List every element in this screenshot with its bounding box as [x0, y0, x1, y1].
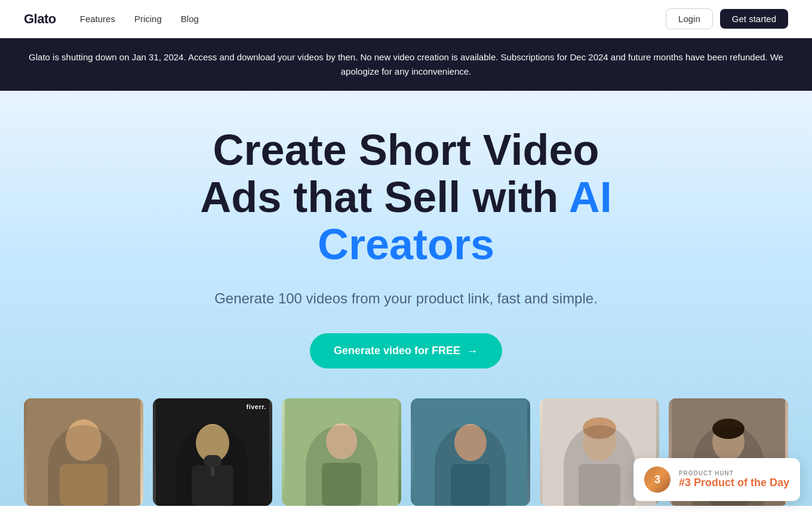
nav-blog[interactable]: Blog [181, 14, 199, 24]
svg-rect-8 [285, 398, 398, 506]
svg-rect-0 [27, 398, 140, 506]
svg-rect-13 [451, 464, 490, 506]
video-thumb-2: fiverr. [153, 398, 272, 506]
svg-point-4 [196, 424, 229, 462]
navbar-left: Glato Features Pricing Blog [24, 11, 199, 27]
get-started-button[interactable]: Get started [720, 9, 788, 29]
navbar: Glato Features Pricing Blog Login Get st… [0, 0, 812, 38]
hero-title: Create Short Video Ads that Sell with AI… [137, 127, 675, 269]
hero-section: Create Short Video Ads that Sell with AI… [0, 91, 812, 506]
svg-rect-6 [204, 455, 222, 467]
svg-rect-5 [192, 465, 233, 506]
ph-medal: 3 [644, 466, 670, 493]
svg-rect-11 [414, 398, 527, 506]
ph-label: PRODUCT HUNT [679, 470, 789, 477]
svg-point-9 [326, 423, 357, 459]
nav-links: Features Pricing Blog [80, 14, 199, 24]
svg-rect-10 [322, 463, 361, 506]
svg-point-17 [583, 417, 616, 439]
svg-point-12 [454, 424, 487, 461]
video-thumb-1 [24, 398, 143, 506]
logo[interactable]: Glato [24, 11, 56, 27]
hero-title-line1: Create Short Video [213, 126, 599, 174]
hero-subtitle: Generate 100 videos from your product li… [214, 288, 598, 309]
announcement-banner: Glato is shutting down on Jan 31, 2024. … [0, 38, 812, 91]
video-thumb-3 [282, 398, 401, 506]
hero-title-line2: Ads that Sell with [200, 173, 568, 221]
nav-pricing[interactable]: Pricing [134, 14, 162, 24]
svg-rect-3 [156, 398, 269, 506]
svg-rect-2 [60, 464, 107, 506]
announcement-text: Glato is shutting down on Jan 31, 2024. … [24, 50, 788, 79]
svg-point-19 [712, 423, 745, 460]
ph-medal-number: 3 [654, 474, 660, 486]
svg-point-21 [712, 419, 745, 439]
arrow-icon: → [466, 344, 478, 358]
generate-cta-button[interactable]: Generate video for FREE → [310, 333, 502, 368]
svg-rect-7 [211, 467, 214, 476]
product-hunt-badge[interactable]: 3 PRODUCT HUNT #3 Product of the Day [633, 458, 800, 501]
video-thumb-4 [411, 398, 530, 506]
ph-content: PRODUCT HUNT #3 Product of the Day [679, 470, 789, 489]
login-button[interactable]: Login [666, 8, 713, 29]
svg-point-15 [583, 422, 616, 461]
svg-point-1 [66, 419, 102, 461]
ph-rank: #3 Product of the Day [679, 477, 789, 489]
fiverr-badge: fiverr. [247, 403, 266, 410]
generate-cta-label: Generate video for FREE [334, 345, 460, 357]
nav-features[interactable]: Features [80, 14, 115, 24]
navbar-right: Login Get started [666, 8, 788, 29]
svg-rect-16 [579, 464, 620, 506]
